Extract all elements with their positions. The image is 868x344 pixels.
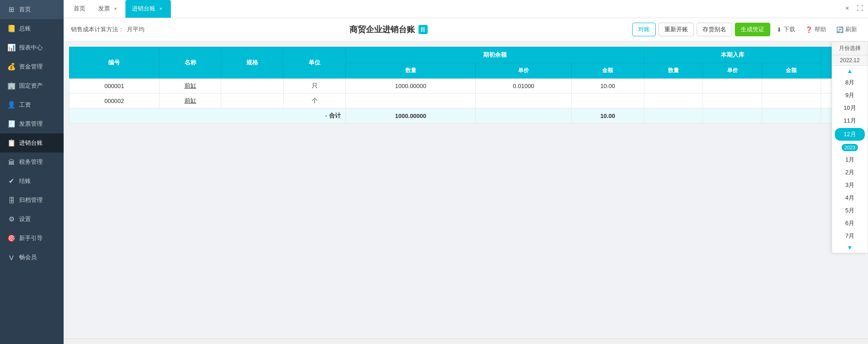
tab-purchase-sales[interactable]: 进销台账 × [125, 0, 171, 18]
title-info-icon[interactable]: 目 [419, 25, 428, 34]
cell-opening-price [476, 93, 571, 108]
tab-purchase-sales-label: 进销台账 [132, 5, 155, 13]
data-table: 编号 名称 规格 单位 期初余额 本期入库 数 数量 单价 金额 数量 单价 [69, 47, 863, 123]
month-item[interactable]: 7月 [832, 230, 868, 242]
cell-name[interactable]: 前缸 [159, 93, 221, 108]
sidebar-item-label: 总账 [19, 25, 31, 33]
col-number-header: 编号 [70, 47, 160, 79]
month-item[interactable]: 11月 [832, 114, 868, 127]
tab-purchase-sales-close[interactable]: × [157, 5, 165, 12]
month-item[interactable]: 5月 [832, 204, 868, 217]
sidebar-item-label: 固定资产 [19, 82, 43, 90]
year-2023-badge: 2023 [842, 144, 858, 151]
cell-opening-qty [345, 93, 475, 108]
window-controls: × ⛶ [843, 4, 864, 13]
month-item[interactable]: 6月 [832, 217, 868, 230]
sidebar-item-label: 首页 [19, 5, 31, 14]
tab-invoice[interactable]: 发票 × [92, 0, 125, 18]
sidebar-item-home[interactable]: ⊞ 首页 [0, 0, 64, 19]
page-title-area: 商贸企业进销台账 目 [148, 24, 629, 35]
sidebar-item-fixed-assets[interactable]: 🏢 固定资产 [0, 76, 64, 95]
tab-invoice-label: 发票 [98, 5, 110, 13]
col-unit-header: 单位 [284, 47, 346, 79]
cell-spec [221, 79, 284, 93]
table-container: 编号 名称 规格 单位 期初余额 本期入库 数 数量 单价 金额 数量 单价 [64, 41, 868, 339]
sidebar-item-fund-management[interactable]: 💰 资金管理 [0, 57, 64, 76]
sidebar-item-purchase-sales[interactable]: 📋 进销台账 [0, 133, 64, 152]
reopen-button[interactable]: 重新开账 [658, 23, 694, 36]
sidebar-item-beginner-guide[interactable]: 🎯 新手引导 [0, 229, 64, 248]
month-item[interactable]: 3月 [832, 179, 868, 192]
bottom-scrollbar[interactable] [64, 339, 868, 344]
sidebar-item-label: 结账 [19, 177, 31, 185]
cost-method-label: 销售成本计算方法： [71, 25, 124, 34]
sidebar-item-settlement[interactable]: ✔ 结账 [0, 172, 64, 191]
col-opening-group-header: 期初余额 [345, 47, 644, 63]
col-opening-qty-header: 数量 [345, 63, 475, 79]
sidebar-item-invoice-management[interactable]: 🧾 发票管理 [0, 114, 64, 133]
help-button[interactable]: ❓ 帮助 [802, 23, 830, 36]
sidebar-item-archive-management[interactable]: 🗄 归档管理 [0, 191, 64, 210]
month-item[interactable]: 10月 [832, 102, 868, 114]
subtotal-opening-amount: 10.00 [571, 108, 644, 123]
month-panel-year-2022: 2022.12 [832, 55, 868, 66]
sidebar-item-tax-management[interactable]: 🏛 税务管理 [0, 152, 64, 172]
download-button[interactable]: ⬇ 下载 [773, 23, 799, 36]
sidebar-item-general-ledger[interactable]: 📒 总账 [0, 19, 64, 38]
cell-inbound-price [703, 79, 762, 93]
tab-home[interactable]: 首页 [67, 0, 92, 18]
month-item[interactable]: 2月 [832, 166, 868, 179]
month-item[interactable]: 1月 [832, 153, 868, 166]
sidebar: ⊞ 首页 📒 总账 📊 报表中心 💰 资金管理 🏢 固定资产 👤 工资 🧾 发票… [0, 0, 64, 344]
reconcile-button[interactable]: 对账 [632, 23, 656, 36]
month-nav-up[interactable]: ▲ [832, 66, 868, 76]
sidebar-item-label: 进销台账 [19, 139, 43, 147]
subtotal-opening-qty: 1000.00000 [345, 108, 475, 123]
month-item[interactable]: 12月 [835, 128, 865, 141]
sidebar-item-label: 归档管理 [19, 196, 43, 204]
sidebar-item-vip[interactable]: V 畅会员 [0, 248, 64, 267]
sidebar-item-label: 发票管理 [19, 120, 43, 128]
cell-inbound-amount [762, 93, 821, 108]
cell-name[interactable]: 前缸 [159, 79, 221, 93]
month-item[interactable]: 8月 [832, 76, 868, 89]
table-row: 000001 前缸 只 1000.00000 0.01000 10.00 [70, 79, 863, 93]
refresh-button[interactable]: 🔄 刷新 [833, 23, 861, 36]
table-row: 000002 前缸 个 [70, 93, 863, 108]
sidebar-item-label: 畅会员 [19, 253, 37, 261]
month-item[interactable]: 9月 [832, 89, 868, 102]
col-opening-amount-header: 金额 [571, 63, 644, 79]
sidebar-item-label: 税务管理 [19, 158, 43, 166]
subtotal-inbound-qty [644, 108, 703, 123]
report-icon: 📊 [7, 44, 15, 52]
month-nav-down[interactable]: ▼ [832, 242, 868, 253]
cell-opening-price: 0.01000 [476, 79, 571, 93]
sidebar-item-settings[interactable]: ⚙ 设置 [0, 210, 64, 229]
close-button[interactable]: × [843, 4, 852, 13]
sidebar-item-label: 资金管理 [19, 63, 43, 71]
col-inbound-amount-header: 金额 [762, 63, 821, 79]
month-item[interactable]: 4月 [832, 192, 868, 204]
sidebar-item-label: 工资 [19, 101, 31, 109]
cell-number: 000001 [70, 79, 160, 93]
cell-unit: 个 [284, 93, 346, 108]
cell-opening-amount: 10.00 [571, 79, 644, 93]
subtotal-row: ▪合计 1000.00000 10.00 [70, 108, 863, 123]
ledger-icon: 📒 [7, 25, 15, 33]
save-alias-button[interactable]: 存货别名 [697, 23, 732, 36]
col-name-header: 名称 [159, 47, 221, 79]
refresh-icon: 🔄 [836, 26, 843, 33]
home-icon: ⊞ [7, 5, 15, 14]
generate-voucher-button[interactable]: 生成凭证 [735, 23, 770, 36]
sidebar-item-salary[interactable]: 👤 工资 [0, 95, 64, 114]
tab-invoice-close[interactable]: × [112, 5, 119, 12]
sidebar-item-label: 设置 [19, 215, 31, 223]
main-area: × ⛶ 首页 发票 × 进销台账 × 销售成本计算方法： 月平均 商贸企业进销台… [64, 0, 868, 344]
cell-unit: 只 [284, 79, 346, 93]
col-inbound-qty-header: 数量 [644, 63, 703, 79]
tabs-bar: 首页 发票 × 进销台账 × [64, 0, 868, 18]
col-opening-price-header: 单价 [476, 63, 571, 79]
sidebar-item-label: 新手引导 [19, 234, 43, 242]
maximize-button[interactable]: ⛶ [855, 4, 864, 13]
sidebar-item-report-center[interactable]: 📊 报表中心 [0, 38, 64, 57]
